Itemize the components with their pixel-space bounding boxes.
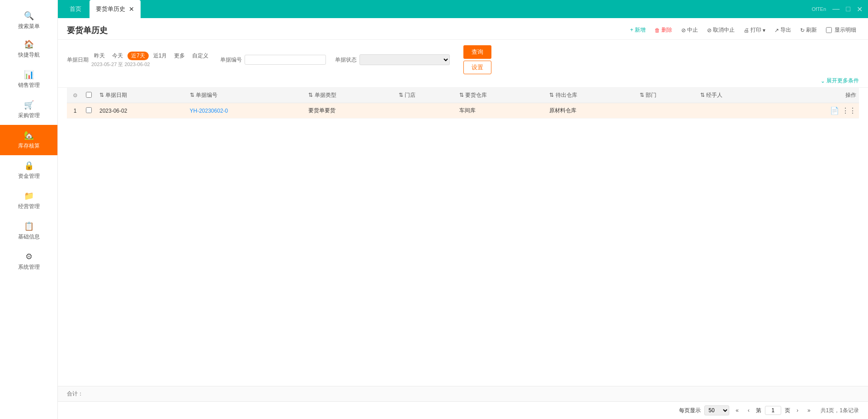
row-index: 1 (67, 103, 83, 119)
purchase-icon: 🛒 (24, 100, 34, 110)
sidebar-item-search[interactable]: 🔍 搜索菜单 (0, 5, 57, 34)
col-bill-type[interactable]: ⇅ 单据类型 (306, 88, 396, 103)
inventory-icon: 🏡 (24, 130, 34, 140)
date-btn-7days[interactable]: 近7天 (127, 52, 149, 60)
sidebar-label: 系统管理 (18, 263, 40, 271)
main-area: 首页 要货单历史 ✕ OfTEn — □ ✕ 要货单历史 + 新增 🗑 删除 (58, 0, 868, 419)
sort-icon: ⇅ (308, 92, 314, 98)
summary-label: 合计： (67, 390, 83, 397)
col-store[interactable]: ⇅ 门店 (396, 88, 457, 103)
date-range-display: 2023-05-27 至 2023-06-02 (91, 61, 211, 68)
sales-icon: 📊 (24, 70, 34, 80)
sort-icon: ⇅ (640, 92, 646, 98)
date-btn-more[interactable]: 更多 (171, 52, 188, 60)
next-page-button[interactable]: › (794, 406, 801, 414)
footer-summary: 合计： (58, 386, 868, 401)
tab-close-icon[interactable]: ✕ (129, 5, 134, 13)
last-page-button[interactable]: » (805, 406, 813, 414)
sidebar-item-system[interactable]: ⚙ 系统管理 (0, 246, 57, 276)
date-btn-custom[interactable]: 自定义 (189, 52, 211, 60)
prev-page-button[interactable]: ‹ (745, 406, 752, 414)
sidebar-item-quick-nav[interactable]: 🏠 快捷导航 (0, 34, 57, 64)
col-settings[interactable]: ⚙ (67, 88, 83, 103)
sidebar-item-inventory[interactable]: 🏡 库存核算 (0, 125, 57, 155)
row-bill-type: 要货单要货 (306, 103, 396, 119)
date-filter-label: 单据日期 (67, 56, 89, 64)
table-body: 1 2023-06-02 YH-20230602-0 要货单要货 车间库 原材料… (67, 103, 859, 119)
sidebar-item-finance[interactable]: 🔒 资金管理 (0, 155, 57, 186)
sort-icon: ⇅ (700, 92, 706, 98)
setting-button[interactable]: 设置 (463, 61, 491, 74)
tab-history[interactable]: 要货单历史 ✕ (90, 0, 141, 18)
date-quick-buttons: 昨天 今天 近7天 近1月 更多 自定义 2023-05-27 至 2023-0… (91, 52, 211, 68)
delete-button[interactable]: 🗑 删除 (652, 24, 675, 36)
total-info: 共1页，1条记录 (821, 407, 859, 414)
sidebar-label: 采购管理 (18, 112, 40, 119)
bill-no-filter: 单据编号 (220, 55, 326, 65)
row-checkbox[interactable] (86, 107, 92, 113)
date-btn-yesterday[interactable]: 昨天 (91, 52, 108, 60)
sidebar-item-operations[interactable]: 📁 经营管理 (0, 186, 57, 216)
page-label: 第 (756, 407, 761, 414)
window-min-btn[interactable]: — (832, 5, 840, 13)
bill-no-input[interactable] (245, 55, 326, 65)
table-area: ⚙ ⇅ 单据日期 ⇅ 单据编号 ⇅ 单据类型 (58, 88, 868, 386)
filter-area: 单据日期 昨天 今天 近7天 近1月 更多 自定义 2023-05-27 至 2… (58, 40, 868, 88)
data-table: ⚙ ⇅ 单据日期 ⇅ 单据编号 ⇅ 单据类型 (67, 88, 859, 119)
col-date[interactable]: ⇅ 单据日期 (97, 88, 187, 103)
display-detail-checkbox[interactable] (826, 27, 832, 33)
expand-filter-button[interactable]: ⌄ 展开更多条件 (821, 77, 859, 85)
status-filter: 单据状态 (335, 54, 450, 65)
stop-button[interactable]: ⊘ 中止 (679, 24, 701, 36)
query-button[interactable]: 查询 (463, 45, 491, 59)
window-close-btn[interactable]: ✕ (857, 5, 863, 14)
finance-icon: 🔒 (24, 161, 34, 171)
tab-home-label: 首页 (70, 5, 81, 13)
refresh-button[interactable]: ↻ 刷新 (797, 24, 820, 36)
display-detail-button[interactable]: 显示明细 (823, 24, 859, 36)
cancel-stop-button[interactable]: ⊘ 取消中止 (704, 24, 737, 36)
row-edit-icon[interactable]: 📄 (830, 106, 839, 115)
delete-icon: 🗑 (655, 27, 660, 33)
per-page-label: 每页显示 (679, 407, 701, 414)
page-number-input[interactable] (765, 406, 781, 415)
sidebar-item-sales[interactable]: 📊 销售管理 (0, 64, 57, 95)
col-operations: 操作 (773, 88, 859, 103)
new-button[interactable]: + 新增 (627, 24, 648, 36)
search-icon: 🔍 (24, 11, 34, 21)
window-max-btn[interactable]: □ (846, 5, 850, 13)
col-department[interactable]: ⇅ 部门 (637, 88, 698, 103)
sort-icon: ⇅ (549, 92, 555, 98)
col-req-warehouse[interactable]: ⇅ 要货仓库 (457, 88, 547, 103)
col-bill-no[interactable]: ⇅ 单据编号 (187, 88, 306, 103)
col-checkbox[interactable] (83, 88, 97, 103)
export-button[interactable]: ↗ 导出 (772, 24, 794, 36)
col-handler[interactable]: ⇅ 经手人 (698, 88, 773, 103)
date-btn-1month[interactable]: 近1月 (151, 52, 170, 60)
status-select[interactable] (359, 54, 450, 65)
export-icon: ↗ (774, 27, 779, 33)
row-bill-no[interactable]: YH-20230602-0 (187, 103, 306, 119)
row-more-icon[interactable]: ⋮⋮ (842, 106, 856, 115)
first-page-button[interactable]: « (733, 406, 741, 414)
toolbar: + 新增 🗑 删除 ⊘ 中止 ⊘ 取消中止 🖨 打印 ▾ (627, 24, 859, 36)
filter-expand-row: ⌄ 展开更多条件 (67, 77, 859, 85)
page-suffix: 页 (785, 407, 790, 414)
sidebar-label: 快捷导航 (18, 51, 40, 59)
sidebar-label: 基础信息 (18, 233, 40, 241)
col-pending-warehouse[interactable]: ⇅ 待出仓库 (547, 88, 637, 103)
filter-row: 单据日期 昨天 今天 近7天 近1月 更多 自定义 2023-05-27 至 2… (67, 45, 859, 74)
page-header: 要货单历史 + 新增 🗑 删除 ⊘ 中止 ⊘ 取消中止 🖨 打印 (58, 18, 868, 40)
sidebar-item-basic-info[interactable]: 📋 基础信息 (0, 216, 57, 246)
sort-icon: ⇅ (190, 92, 196, 98)
row-operations: 📄 ⋮⋮ (773, 103, 859, 119)
print-button[interactable]: 🖨 打印 ▾ (741, 24, 768, 36)
select-all-checkbox[interactable] (86, 92, 92, 98)
tab-home[interactable]: 首页 (63, 0, 88, 18)
operations-icon: 📁 (24, 191, 34, 201)
row-store (396, 103, 457, 119)
sidebar-item-purchase[interactable]: 🛒 采购管理 (0, 95, 57, 125)
date-btn-today[interactable]: 今天 (109, 52, 126, 60)
row-checkbox-cell[interactable] (83, 103, 97, 119)
per-page-select[interactable]: 50 100 (704, 405, 729, 415)
